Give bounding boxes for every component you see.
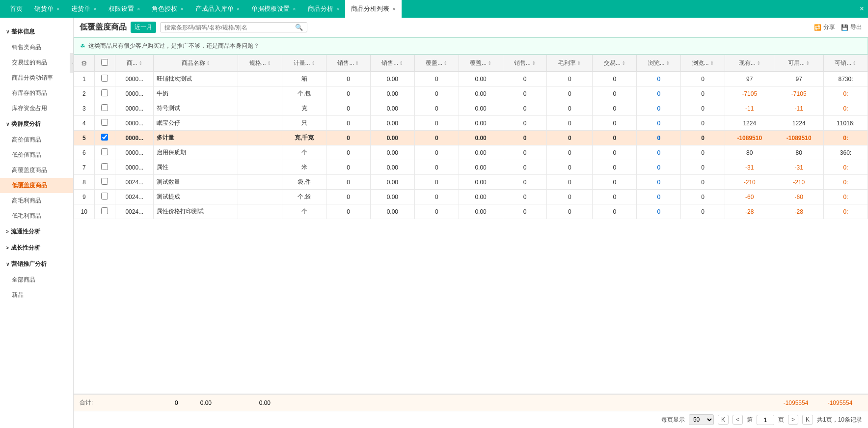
cell-browse1[interactable]: 0 [637,72,681,86]
search-input[interactable] [164,24,295,31]
col-browse1[interactable]: 浏览...⇕ [637,55,681,72]
col-spec[interactable]: 规格...⇕ [238,55,282,72]
cell-checkbox[interactable] [94,101,115,116]
nav-close-purchase[interactable]: × [93,6,96,12]
sidebar-item-high-coverage[interactable]: 高覆盖度商品 [0,163,73,178]
cell-browse1[interactable]: 0 [637,86,681,101]
col-sales-qty[interactable]: 销售...⇕ [326,55,371,72]
nav-item-home[interactable]: 首页 [4,0,28,18]
row-checkbox[interactable] [101,207,108,214]
nav-item-analysis[interactable]: 商品分析 × [302,0,345,18]
col-cov2[interactable]: 覆盖...⇕ [459,55,503,72]
sidebar-item-low-margin[interactable]: 低毛利商品 [0,208,73,224]
nav-close-analysis[interactable]: × [336,6,339,12]
nav-close-template[interactable]: × [293,6,296,12]
cell-checkbox[interactable] [94,190,115,204]
col-sales3[interactable]: 销售...⇕ [503,55,547,72]
sidebar-item-traded-goods[interactable]: 交易过的商品 [0,55,73,70]
cell-browse1[interactable]: 0 [637,101,681,116]
cell-browse1[interactable]: 0 [637,175,681,190]
row-checkbox[interactable] [101,89,108,96]
nav-item-template[interactable]: 单据模板设置 × [245,0,301,18]
page-number-input[interactable] [757,415,774,425]
col-saleable[interactable]: 可销...⇕ [823,55,868,72]
row-checkbox[interactable] [101,178,108,185]
sidebar-item-high-margin[interactable]: 高毛利商品 [0,193,73,208]
nav-close-role[interactable]: × [180,6,183,12]
sidebar-item-category-rate[interactable]: 商品分类动销率 [0,70,73,86]
share-button[interactable]: 🔁 分享 [814,23,835,31]
cell-checkbox[interactable] [94,204,115,219]
cell-cov2: 0.00 [459,145,503,160]
prev-page-button[interactable]: < [732,415,743,425]
sidebar-section-header-growth[interactable]: > 成长性分析 [0,240,73,256]
sidebar-item-high-value[interactable]: 高价值商品 [0,132,73,147]
nav-item-purchase[interactable]: 进货单 × [65,0,102,18]
cell-checkbox[interactable] [94,131,115,145]
cell-checkbox[interactable] [94,116,115,131]
row-checkbox[interactable] [101,134,108,141]
first-page-button[interactable]: K [718,415,729,425]
nav-close-sales[interactable]: × [56,6,59,12]
col-name[interactable]: 商品名称⇕ [154,55,238,72]
cell-checkbox[interactable] [94,160,115,175]
sidebar-item-stocked-goods[interactable]: 有库存的商品 [0,86,73,101]
cell-sales3: 0 [503,175,547,190]
row-checkbox[interactable] [101,163,108,170]
nav-close-permission[interactable]: × [137,6,140,12]
col-code[interactable]: 商...⇕ [115,55,154,72]
cell-browse1[interactable]: 0 [637,204,681,219]
nav-item-analysis-list[interactable]: 商品分析列表 × [345,0,401,18]
row-checkbox[interactable] [101,148,108,155]
row-checkbox[interactable] [101,119,108,126]
col-cov1[interactable]: 覆盖...⇕ [414,55,459,72]
nav-close-product[interactable]: × [237,6,240,12]
sidebar-item-inventory-capital[interactable]: 库存资金占用 [0,101,73,116]
settings-icon[interactable]: ⚙ [81,59,87,67]
next-page-button[interactable]: > [788,415,798,425]
last-page-button[interactable]: K [802,415,813,425]
cell-browse1[interactable]: 0 [637,190,681,204]
col-unit[interactable]: 计量...⇕ [282,55,326,72]
cell-unit: 袋,件 [282,175,326,190]
export-button[interactable]: 💾 导出 [841,23,862,31]
date-filter-button[interactable]: 近一月 [131,22,156,33]
cell-browse1[interactable]: 0 [637,145,681,160]
col-current[interactable]: 现有...⇕ [725,55,774,72]
cell-checkbox[interactable] [94,72,115,86]
col-browse2[interactable]: 浏览...⇕ [681,55,725,72]
sidebar-collapse-button[interactable]: « [70,53,74,73]
col-gross[interactable]: 毛利率⇕ [547,55,593,72]
sidebar-section-header-overall[interactable]: ∨ 整体信息 [0,24,73,40]
sidebar-item-new-goods[interactable]: 新品 [0,287,73,303]
sidebar-section-header-marketing[interactable]: ∨ 营销推广分析 [0,256,73,272]
col-trade[interactable]: 交易...⇕ [593,55,637,72]
sidebar-item-low-value[interactable]: 低价值商品 [0,147,73,163]
cell-checkbox[interactable] [94,175,115,190]
close-all-button[interactable]: × [860,4,864,13]
sidebar-section-header-cluster[interactable]: ∨ 类群度分析 [0,116,73,132]
row-checkbox[interactable] [101,75,108,82]
nav-item-role[interactable]: 角色授权 × [146,0,189,18]
nav-close-analysis-list[interactable]: × [392,6,395,12]
sidebar-section-header-liquidity[interactable]: > 流通性分析 [0,224,73,240]
cell-checkbox[interactable] [94,145,115,160]
nav-item-permission[interactable]: 权限设置 × [103,0,146,18]
col-sales-amt[interactable]: 销售...⇕ [370,55,414,72]
row-checkbox[interactable] [101,193,108,200]
row-checkbox[interactable] [101,104,108,111]
cell-checkbox[interactable] [94,86,115,101]
col-available[interactable]: 可用...⇕ [774,55,823,72]
cell-browse1[interactable]: 0 [637,131,681,145]
nav-item-product[interactable]: 产成品入库单 × [190,0,245,18]
nav-item-sales[interactable]: 销货单 × [28,0,65,18]
cell-browse1[interactable]: 0 [637,160,681,175]
sidebar-item-sales-goods[interactable]: 销售类商品 [0,40,73,55]
table-container[interactable]: ⚙ 商...⇕ 商品名称⇕ 规格...⇕ 计量...⇕ 销售...⇕ 销售...… [74,55,868,394]
sidebar-item-all-goods[interactable]: 全部商品 [0,272,73,287]
cell-browse1[interactable]: 0 [637,116,681,131]
page-size-select[interactable]: 50 100 200 [689,414,714,425]
select-all-checkbox[interactable] [101,59,108,66]
col-settings[interactable]: ⚙ [74,55,95,72]
sidebar-item-low-coverage[interactable]: 低覆盖度商品 [0,178,73,193]
